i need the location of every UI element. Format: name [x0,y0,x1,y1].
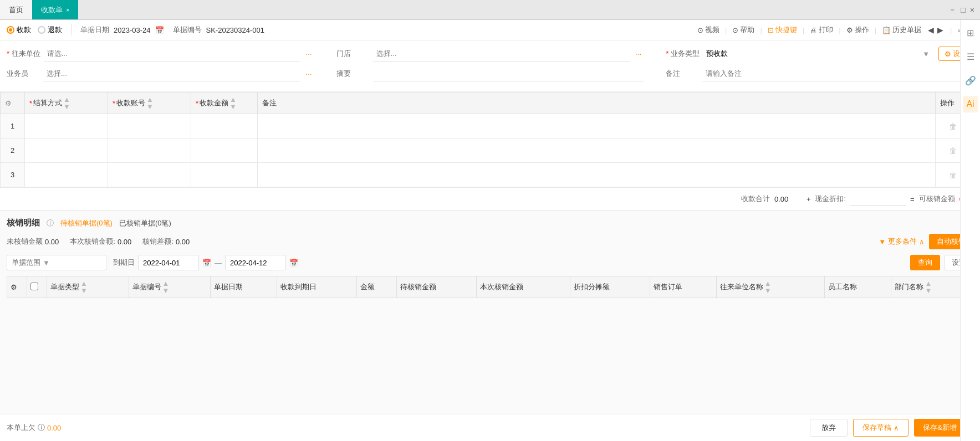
shortcut-btn[interactable]: ⊡ 快捷键 [768,25,797,35]
sidebar-table-icon[interactable]: ⊞ [963,24,977,42]
store-more-btn[interactable]: ··· [633,49,644,58]
diff-stat: 核销差额: 0.00 [142,237,190,247]
counterpart-input[interactable] [44,46,300,61]
operate-label: 操作 [855,25,869,35]
row-settlement-3[interactable] [25,163,108,187]
row-account-2[interactable] [108,139,191,163]
col-checkbox [27,276,47,298]
date-dash: — [215,259,222,267]
tab-active[interactable]: 收款单 × [32,0,78,19]
bottom-table-container: ⚙ 单据类型 ▲▼ 单据编号 [7,276,973,298]
radio-refund-label: 退款 [48,25,62,35]
minimize-icon[interactable]: － [948,5,956,15]
col-counterpart: 往来单位名称 ▲▼ [716,276,825,298]
col-doc-date: 单据日期 [211,276,277,298]
delete-icon-2[interactable]: 🗑 [949,146,957,155]
row-amount-1[interactable] [191,114,258,139]
row-amount-3[interactable] [191,163,258,187]
total-value: 0.00 [774,195,802,203]
done-tab[interactable]: 已核销单据(0笔) [119,218,171,228]
print-btn[interactable]: 🖨 打印 [810,25,833,35]
current-verify-stat: 本次核销金额: 0.00 [70,237,131,247]
pending-tab[interactable]: 待核销单据(0笔) [60,218,113,228]
staff-input[interactable] [43,66,300,81]
history-btn[interactable]: 📋 历史单据 [882,25,921,35]
business-type-chevron[interactable]: ▼ [922,50,930,58]
counterpart-field: * 往来单位 ··· [7,46,314,61]
row-remark-1[interactable] [258,114,936,139]
delete-icon-1[interactable]: 🗑 [949,122,957,131]
summary-field: 摘要 [336,66,644,81]
radio-refund[interactable]: 退款 [38,25,62,35]
counterpart-more-btn[interactable]: ··· [303,49,314,58]
due-date-label: 到期日 [113,258,135,268]
video-btn[interactable]: ⊙ 视频 [697,25,719,35]
gear-icon: ⚙ [945,50,951,58]
date-to-input[interactable] [225,255,286,270]
table-row: 1 🗑 ⊕ [1,114,980,139]
summary-input[interactable] [373,66,644,81]
sidebar-ai-icon[interactable]: Ai [963,96,977,112]
store-input[interactable] [373,46,630,61]
info-icon[interactable]: ⓘ [47,218,54,228]
staff-more-btn[interactable]: ··· [303,69,314,78]
table-gear-icon[interactable]: ⚙ [5,99,12,107]
save-draft-btn[interactable]: 保存草稿 ∧ [853,419,908,437]
verification-header: 核销明细 ⓘ 待核销单据(0笔) 已核销单据(0笔) [7,218,973,228]
filter-icon: ▼ [879,238,886,246]
footer-right: 放弃 保存草稿 ∧ 保存&新增 ∧ [810,419,973,437]
col-discount: 折扣分摊额 [570,276,650,298]
tab-bar: 首页 收款单 × － □ × [0,0,980,20]
tab-home[interactable]: 首页 [0,0,32,19]
history-icon: 📋 [882,26,891,34]
row-account-3[interactable] [108,163,191,187]
nav-prev-icon[interactable]: ◀ [927,24,935,35]
window-close-icon[interactable]: × [970,6,974,14]
discount-input[interactable] [850,192,906,206]
cal-to-icon[interactable]: 📅 [289,259,298,267]
row-settlement-2[interactable] [25,139,108,163]
calendar-icon[interactable]: 📅 [155,26,164,34]
col-config-bottom[interactable]: ⚙ [7,276,27,298]
date-from-input[interactable] [138,255,199,270]
row-settlement-1[interactable] [25,114,108,139]
verification-section: 核销明细 ⓘ 待核销单据(0笔) 已核销单据(0笔) 未核销金额 0.00 本次… [0,210,980,414]
save-draft-chevron: ∧ [894,424,899,432]
remark-input[interactable] [702,66,973,81]
footer: 本单上欠 ⓘ 0.00 放弃 保存草稿 ∧ 保存&新增 ∧ [0,414,980,441]
select-all-checkbox[interactable] [30,283,38,290]
sidebar-link-icon[interactable]: 🔗 [962,72,979,89]
more-conditions-btn[interactable]: ▼ 更多条件 ∧ [879,237,925,247]
row-remark-2[interactable] [258,139,936,163]
col-remark-header: 备注 [258,93,936,114]
tab-close-icon[interactable]: × [66,7,69,13]
delete-icon-3[interactable]: 🗑 [949,171,957,180]
footer-info: 本单上欠 ⓘ 0.00 [7,423,61,433]
scope-select[interactable]: 单据范围 ▼ [7,255,106,270]
tab-active-label: 收款单 [41,5,63,15]
business-type-label: * 业务类型 [666,49,700,59]
remark-field: 备注 [666,66,973,81]
save-new-label: 保存&新增 [923,423,957,433]
operate-btn[interactable]: ⚙ 操作 [846,25,869,35]
radio-receipt-label: 收款 [17,25,31,35]
radio-receipt[interactable]: 收款 [7,25,31,35]
help-btn[interactable]: ⊙ 帮助 [732,25,754,35]
sidebar-list-icon[interactable]: ☰ [963,48,978,65]
maximize-icon[interactable]: □ [961,6,965,14]
cal-from-icon[interactable]: 📅 [202,259,211,267]
query-btn[interactable]: 查询 [910,255,940,270]
abandon-btn[interactable]: 放弃 [810,419,848,437]
number-value: SK-20230324-001 [206,26,265,34]
row-amount-2[interactable] [191,139,258,163]
summary-row: 收款合计 0.00 + 现金折扣: = 可核销金额 0.00 [0,187,980,210]
total-label: 收款合计 [741,194,770,204]
row-remark-3[interactable] [258,163,936,187]
bottom-gear-icon[interactable]: ⚙ [11,283,17,291]
business-type-field: * 业务类型 预收款 ▼ ⚙ 设置 [666,47,973,61]
store-label: 门店 [336,49,370,59]
col-config[interactable]: ⚙ [1,93,25,114]
operate-icon: ⚙ [846,26,853,34]
row-account-1[interactable] [108,114,191,139]
nav-next-icon[interactable]: ▶ [936,24,945,35]
